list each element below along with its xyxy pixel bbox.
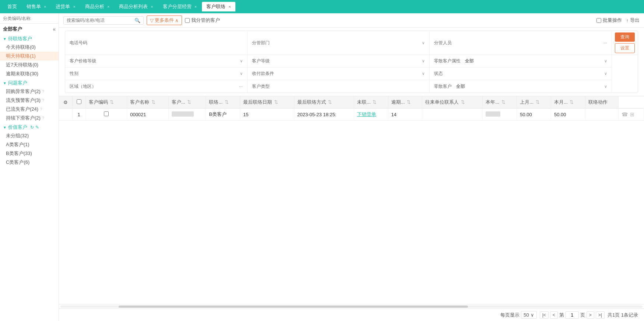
first-page-btn[interactable]: |< <box>540 311 549 319</box>
price-level-chevron-icon: ∨ <box>240 59 243 63</box>
sidebar-item-repurchase[interactable]: 回购异常客户(2) ? <box>0 87 59 96</box>
horizontal-scrollbar[interactable] <box>59 304 644 308</box>
sidebar-item-churn-warning[interactable]: 流失预警客户(3) ? <box>0 96 59 105</box>
last-date-sort-icon[interactable]: ⇅ <box>274 99 278 105</box>
next-page-btn[interactable]: > <box>587 311 594 319</box>
churn-warning-label: 流失预警客户(3) <box>6 97 41 104</box>
batch-op-btn[interactable]: 批量操作 <box>596 17 622 24</box>
reset-button[interactable]: 设置 <box>615 43 635 53</box>
sidebar-item-today[interactable]: 今天待联络(0) <box>0 43 59 52</box>
class-c-label: C类客户(6) <box>6 159 29 166</box>
table-footer: 每页显示 50 ∨ |< < 第 页 > >| 共1页 1条记录 <box>59 308 644 321</box>
region-dots-icon[interactable]: ··· <box>239 84 243 89</box>
edit-icon[interactable]: ✎ <box>35 125 39 130</box>
name-sort-icon[interactable]: ⇅ <box>151 99 155 105</box>
overdue-sort-icon[interactable]: ⇅ <box>407 99 411 105</box>
row-last-method-link[interactable]: 下销货单 <box>357 111 376 117</box>
sidebar-item-overdue[interactable]: 逾期未联络(30) <box>0 69 59 78</box>
retail-customer-chevron-icon: ∨ <box>604 84 607 89</box>
sidebar-item-tomorrow[interactable]: 明天待联络(1) <box>0 52 59 61</box>
nav-sales[interactable]: 销售单 × <box>22 2 50 11</box>
sidebar-group-problem[interactable]: ▼ 问题客户 <box>0 78 59 87</box>
more-action-icon[interactable]: ⊞ <box>630 111 634 117</box>
last-page-btn[interactable]: >| <box>596 311 605 319</box>
row-checkbox[interactable] <box>104 111 109 116</box>
toolbar: 🔍 ▽ 更多条件 ∧ 我分管的客户 批量操作 ↑ 导出 <box>59 13 644 28</box>
row-this-month <box>585 108 619 121</box>
sidebar-item-class-c[interactable]: C类客户(6) <box>0 158 59 167</box>
last-month-sort-icon[interactable]: ⇅ <box>536 99 540 105</box>
week-label: 近7天待联络(0) <box>6 62 38 68</box>
top-navigation: 首页 销售单 × 进货单 × 商品分析 × 商品分析列表 × 客户分层经营 × … <box>0 0 644 13</box>
help-icon-4: ? <box>42 116 44 120</box>
col-settings[interactable]: ⚙ <box>59 96 72 108</box>
table-area: ⚙ 客户编码 ⇅ 客户名称 ⇅ 客户... ⇅ <box>59 96 644 304</box>
export-btn[interactable]: ↑ 导出 <box>626 17 640 24</box>
nav-customer-tier-close[interactable]: × <box>195 4 197 9</box>
search-button[interactable]: 🔍 <box>134 18 140 23</box>
filter-retail-customer-value: 全部 <box>456 83 465 90</box>
sidebar-group-pending[interactable]: ▼ 待联络客户 <box>0 34 59 43</box>
filter-manager-cell: 分管人员 ··· <box>430 31 612 55</box>
filter-customer-level-label: 客户等级 <box>252 58 270 64</box>
nav-home[interactable]: 首页 <box>3 2 21 11</box>
row-contacts: 15 <box>240 108 294 121</box>
triangle-icon-2: ▼ <box>3 81 7 85</box>
sidebar-item-week[interactable]: 近7天待联络(0) <box>0 61 59 69</box>
page-size-box[interactable]: 50 ∨ <box>521 311 536 319</box>
code-sort-icon[interactable]: ⇅ <box>110 99 114 105</box>
last-method-sort-icon[interactable]: ⇅ <box>328 99 332 105</box>
nav-goods-analysis-label: 商品分析 <box>85 3 104 10</box>
batch-op-checkbox[interactable] <box>596 18 601 23</box>
table-row: 1 000021 B类客户 15 2023-05-23 18:25: 下销货单 … <box>59 108 644 121</box>
nav-purchase[interactable]: 进货单 × <box>51 2 80 11</box>
prev-page-btn[interactable]: < <box>550 311 558 319</box>
col-liaison: 往来单位联系人 ⇅ <box>422 96 483 108</box>
gender-chevron-icon: ∨ <box>240 71 243 76</box>
sidebar-item-class-a[interactable]: A类客户(1) <box>0 140 59 149</box>
nav-goods-list-close[interactable]: × <box>151 4 153 9</box>
nav-goods-analysis-list[interactable]: 商品分析列表 × <box>115 2 157 11</box>
col-last-month-label: 上月... <box>520 99 533 105</box>
more-conditions-btn[interactable]: ▽ 更多条件 ∧ <box>147 15 182 25</box>
nav-purchase-label: 进货单 <box>56 3 70 10</box>
nav-customer-contact-close[interactable]: × <box>228 4 231 9</box>
phone-action-icon[interactable]: ☎ <box>622 111 628 117</box>
liaison-sort-icon[interactable]: ⇅ <box>461 99 465 105</box>
page-input[interactable] <box>566 311 579 319</box>
col-check[interactable] <box>72 96 85 108</box>
this-year-sort-icon[interactable]: ⇅ <box>501 99 505 105</box>
nav-sales-close[interactable]: × <box>44 4 46 9</box>
sidebar-item-ungrouped[interactable]: 未分组(32) <box>0 131 59 140</box>
search-input[interactable] <box>67 18 133 23</box>
col-this-year-label: 本年... <box>486 99 499 105</box>
churned-label: 已流失客户(24) <box>6 106 38 113</box>
nav-goods-close[interactable]: × <box>107 4 109 9</box>
nav-goods-analysis[interactable]: 商品分析 × <box>81 2 114 11</box>
query-button[interactable]: 查询 <box>615 32 635 42</box>
sidebar-group-value[interactable]: ▼ 价值客户 ↻ ✎ <box>0 122 59 131</box>
sidebar-item-class-b[interactable]: B类客户(33) <box>0 149 59 158</box>
col-this-month-label: 本月... <box>554 99 568 105</box>
toolbar-right: 批量操作 ↑ 导出 <box>596 17 640 24</box>
contacts-sort-icon[interactable]: ⇅ <box>225 99 229 105</box>
scrollbar-thumb[interactable] <box>119 306 468 308</box>
sidebar-search-input[interactable] <box>3 16 58 21</box>
type-sort-icon[interactable]: ⇅ <box>187 99 191 105</box>
declining-label: 持续下滑客户(2) <box>6 115 41 121</box>
select-all-checkbox[interactable] <box>77 99 81 104</box>
sidebar-item-churned[interactable]: 已流失客户(24) ? <box>0 105 59 114</box>
sidebar-collapse-btn[interactable]: « <box>53 26 56 32</box>
my-customers-checkbox[interactable] <box>185 18 190 23</box>
nav-customer-contact[interactable]: 客户联络 × <box>202 2 235 11</box>
uncontacted-sort-icon[interactable]: ⇅ <box>372 99 377 105</box>
manager-dots-icon[interactable]: ··· <box>603 40 607 45</box>
repurchase-label: 回购异常客户(2) <box>6 88 41 95</box>
this-month-sort-icon[interactable]: ⇅ <box>570 99 574 105</box>
row-liaison <box>483 108 517 121</box>
nav-customer-contact-label: 客户联络 <box>206 3 225 10</box>
nav-purchase-close[interactable]: × <box>73 4 75 9</box>
sidebar-item-declining[interactable]: 持续下滑客户(2) ? <box>0 114 59 122</box>
nav-customer-tier[interactable]: 客户分层经营 × <box>158 2 201 11</box>
refresh-icon[interactable]: ↻ <box>30 125 34 130</box>
